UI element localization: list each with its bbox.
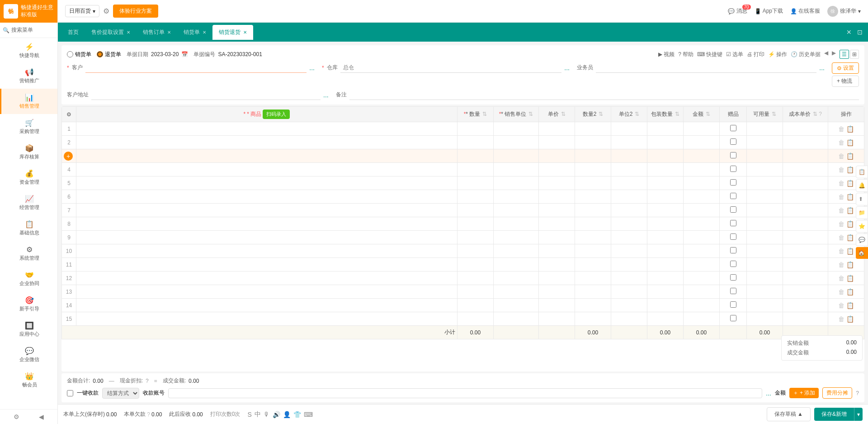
address-select-btn[interactable]: ... — [323, 91, 329, 99]
sort-icon[interactable]: ⇅ — [813, 111, 817, 117]
save-draft-button[interactable]: 保存草稿 ▲ — [767, 407, 811, 421]
cost-price-cell[interactable] — [783, 312, 828, 326]
pack-qty-cell[interactable] — [647, 204, 684, 217]
copy-row-btn[interactable]: 📋 — [846, 220, 854, 228]
gift-cell[interactable] — [720, 176, 747, 190]
gift-checkbox[interactable] — [730, 288, 736, 294]
pack-qty-cell[interactable] — [647, 231, 684, 244]
cost-price-cell[interactable] — [783, 149, 828, 163]
unit2-cell[interactable] — [611, 176, 647, 190]
pack-qty-cell[interactable] — [647, 244, 684, 258]
gift-cell[interactable] — [720, 163, 747, 176]
available-cell[interactable] — [747, 217, 783, 231]
tab-close-icon[interactable]: ✕ — [127, 30, 130, 35]
tab-expand-btn[interactable]: ⊡ — [855, 27, 864, 38]
unit2-cell[interactable] — [611, 149, 647, 163]
gift-cell[interactable] — [720, 136, 747, 149]
sidebar-item-kucun[interactable]: 📦 库存核算 — [0, 139, 57, 165]
qty2-cell[interactable] — [575, 272, 611, 285]
gift-cell[interactable] — [720, 231, 747, 244]
pack-qty-cell[interactable] — [647, 217, 684, 231]
copy-row-btn[interactable]: 📋 — [846, 288, 854, 295]
delete-row-btn[interactable]: 🗑 — [838, 234, 844, 241]
price-cell[interactable] — [539, 136, 575, 149]
gift-cell[interactable] — [720, 244, 747, 258]
available-cell[interactable] — [747, 176, 783, 190]
amount-cell[interactable] — [684, 190, 720, 204]
industry-select[interactable]: 日用百货 ▾ — [65, 5, 99, 17]
right-panel-btn-4[interactable]: 📁 — [856, 206, 868, 219]
pack-qty-cell[interactable] — [647, 149, 684, 163]
col-settings[interactable]: ⚙ — [62, 107, 76, 122]
quantity-cell[interactable] — [458, 149, 494, 163]
unit-cell[interactable] — [494, 258, 539, 272]
copy-row-btn[interactable]: 📋 — [846, 139, 854, 146]
amount-cell[interactable] — [684, 176, 720, 190]
quantity-cell[interactable] — [458, 217, 494, 231]
price-cell[interactable] — [539, 163, 575, 176]
qty2-cell[interactable] — [575, 176, 611, 190]
unit-cell[interactable] — [494, 312, 539, 326]
unit2-cell[interactable] — [611, 244, 647, 258]
save-new-button[interactable]: 保存&新增 — [814, 408, 854, 421]
unit2-cell[interactable] — [611, 312, 647, 326]
amount-cell[interactable] — [684, 272, 720, 285]
gift-checkbox[interactable] — [730, 125, 736, 131]
gift-cell[interactable] — [720, 258, 747, 272]
account-select-btn[interactable]: ... — [766, 390, 771, 397]
print-btn[interactable]: 🖨 打印 — [747, 50, 764, 59]
gift-checkbox[interactable] — [730, 152, 736, 158]
sort-icon[interactable]: ⇅ — [772, 111, 776, 117]
unit-cell[interactable] — [494, 163, 539, 176]
save-new-dropdown-btn[interactable]: ▾ — [854, 408, 863, 421]
product-cell[interactable] — [76, 285, 458, 299]
gift-checkbox[interactable] — [730, 206, 736, 213]
quantity-cell[interactable] — [458, 136, 494, 149]
cost-price-cell[interactable] — [783, 285, 828, 299]
copy-row-btn[interactable]: 📋 — [846, 275, 854, 282]
quantity-cell[interactable] — [458, 299, 494, 312]
sidebar-item-xitong[interactable]: ⚙ 系统管理 — [0, 241, 57, 266]
product-cell[interactable] — [76, 204, 458, 217]
amount-cell[interactable] — [684, 149, 720, 163]
history-btn[interactable]: 🕐 历史单据 — [791, 50, 821, 59]
unit-cell[interactable] — [494, 136, 539, 149]
gift-cell[interactable] — [720, 285, 747, 299]
qty2-cell[interactable] — [575, 244, 611, 258]
unit2-cell[interactable] — [611, 190, 647, 204]
copy-row-btn[interactable]: 📋 — [846, 166, 854, 173]
calc-method-select[interactable]: 结算方式 — [102, 388, 139, 399]
cost-price-cell[interactable] — [783, 204, 828, 217]
quantity-cell[interactable] — [458, 312, 494, 326]
delete-row-btn[interactable]: 🗑 — [838, 139, 844, 146]
right-panel-btn-7[interactable]: 🏠 — [856, 247, 868, 259]
amount-cell[interactable] — [684, 217, 720, 231]
warehouse-input[interactable] — [340, 62, 562, 73]
sidebar-item-jingying[interactable]: 📈 经营管理 — [0, 190, 57, 215]
pack-qty-cell[interactable] — [647, 122, 684, 136]
gift-checkbox[interactable] — [730, 193, 736, 199]
sidebar-item-yingxiao[interactable]: 📢 营销推广 — [0, 63, 57, 89]
qty2-cell[interactable] — [575, 231, 611, 244]
sidebar-item-xinshou[interactable]: 🎯 新手引导 — [0, 291, 57, 317]
sidebar-collapse-icon[interactable]: ◀ — [39, 413, 44, 420]
price-cell[interactable] — [539, 285, 575, 299]
account-input[interactable] — [168, 388, 762, 398]
user-profile-btn[interactable]: 徐 徐泽华 ▾ — [827, 6, 861, 17]
right-panel-btn-2[interactable]: 🔔 — [856, 179, 868, 192]
cost-price-cell[interactable] — [783, 272, 828, 285]
price-cell[interactable] — [539, 272, 575, 285]
gift-checkbox[interactable] — [730, 166, 736, 172]
quantity-cell[interactable] — [458, 285, 494, 299]
fee-help-icon[interactable]: ? — [856, 390, 859, 396]
sidebar-search-btn[interactable]: 🔍 搜索菜单 — [0, 23, 57, 38]
available-cell[interactable] — [747, 163, 783, 176]
prev-doc-icon[interactable]: ◀ — [824, 50, 828, 59]
quantity-cell[interactable] — [458, 258, 494, 272]
copy-row-btn[interactable]: 📋 — [846, 248, 854, 255]
cost-price-cell[interactable] — [783, 258, 828, 272]
tab-close-icon[interactable]: ✕ — [167, 30, 171, 35]
right-panel-btn-5[interactable]: ⭐ — [856, 220, 868, 233]
tab-close-all-btn[interactable]: ✕ — [844, 27, 854, 38]
video-btn[interactable]: ▶ 视频 — [658, 50, 675, 59]
